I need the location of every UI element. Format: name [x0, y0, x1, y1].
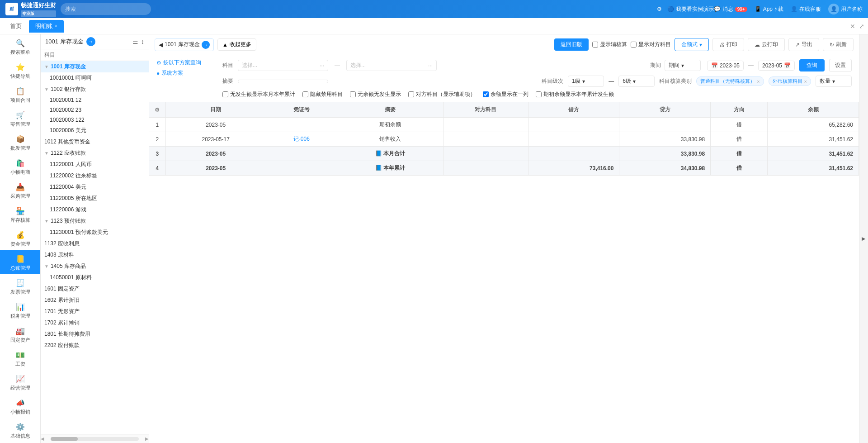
- tree-node-10010001[interactable]: 10010001 呵呵呵: [41, 72, 149, 84]
- cb-hide-disabled[interactable]: 隐藏禁用科目: [302, 91, 343, 98]
- print-btn[interactable]: 🖨 打印: [712, 38, 744, 51]
- tree-node-1601[interactable]: 1601 固定资产: [41, 283, 149, 295]
- window-close-btn[interactable]: ✕: [850, 23, 855, 30]
- show-opposite-input[interactable]: [631, 42, 637, 48]
- show-opposite-checkbox[interactable]: 显示对方科目: [631, 41, 671, 48]
- show-check-checkbox[interactable]: 显示辅核算: [592, 41, 627, 48]
- tree-node-11230001[interactable]: 11230001 预付账款美元: [41, 227, 149, 238]
- tree-node-10020001[interactable]: 10020001 12: [41, 95, 149, 105]
- horizontal-scrollbar[interactable]: [51, 437, 139, 441]
- tree-filter-icon[interactable]: ↕: [141, 38, 144, 45]
- online-service-btn[interactable]: 👤 在线客服: [791, 5, 821, 13]
- tab-ledger[interactable]: 明细账 ×: [29, 20, 64, 33]
- sidebar-item-finance[interactable]: 💰 资金管理: [0, 226, 40, 250]
- cb-opening-input[interactable]: [536, 91, 542, 97]
- tree-node-10020003[interactable]: 10020003 122: [41, 115, 149, 125]
- tree-node-11220002[interactable]: 11220002 往来标签: [41, 170, 149, 181]
- voucher-link[interactable]: 记-006: [293, 136, 310, 142]
- date-end-btn[interactable]: 2023-05 📅: [758, 61, 795, 71]
- period-type-select[interactable]: 期间 ▾: [665, 60, 701, 71]
- sidebar-item-purchase[interactable]: 📥 采购管理: [0, 178, 40, 202]
- tree-node-1701[interactable]: 1701 无形资产: [41, 306, 149, 317]
- tree-node-2202[interactable]: 2202 应付账款: [41, 340, 149, 351]
- kemu-more2-icon[interactable]: ···: [428, 62, 433, 69]
- sidebar-item-operations[interactable]: 📈 经营管理: [0, 370, 40, 394]
- back-old-version-btn[interactable]: 返回旧版: [554, 38, 589, 51]
- system-scheme[interactable]: ● 系统方案: [156, 69, 209, 77]
- cb-opposite-input[interactable]: [408, 91, 414, 97]
- cb-no-balance-show2[interactable]: 无余额无发生显示: [350, 91, 401, 98]
- cb-balance-col-input[interactable]: [483, 91, 489, 97]
- tree-node-1122[interactable]: ▼ 1122 应收账款: [41, 148, 149, 159]
- cloud-print-btn[interactable]: ☁ 云打印: [748, 38, 785, 51]
- tree-node-11220004[interactable]: 11220004 美元: [41, 181, 149, 193]
- setting-btn[interactable]: 设置: [829, 59, 852, 72]
- tree-node-14050001[interactable]: 14050001 原材料: [41, 272, 149, 283]
- tree-node-11220001[interactable]: 11220001 人民币: [41, 159, 149, 170]
- kemu-end-input[interactable]: 选择... ···: [346, 60, 437, 71]
- message-btn[interactable]: 💬 消息 99+: [714, 5, 747, 13]
- kemu-more-icon[interactable]: ···: [320, 62, 324, 69]
- scroll-right-btn[interactable]: ▶: [145, 436, 149, 441]
- tree-node-1132[interactable]: 1132 应收利息: [41, 238, 149, 249]
- sidebar-item-wholesale[interactable]: 📦 批发管理: [0, 130, 40, 154]
- search-input[interactable]: [61, 3, 151, 15]
- col-settings-icon[interactable]: ⚙: [155, 107, 160, 113]
- kemu-start-input[interactable]: 选择... ···: [238, 60, 328, 71]
- show-check-input[interactable]: [592, 42, 598, 48]
- category-tag-2[interactable]: 外币核算科目 ×: [769, 76, 811, 86]
- amount-style-btn[interactable]: 金额式 ▾: [675, 38, 709, 51]
- query-by-scheme[interactable]: ⚙ 按以下方案查询: [156, 59, 209, 67]
- tree-node-1123[interactable]: ▼ 1123 预付账款: [41, 215, 149, 227]
- sidebar-item-invoice[interactable]: 🧾 发票管理: [0, 274, 40, 298]
- account-nav-arrow[interactable]: →: [86, 37, 95, 46]
- refresh-btn[interactable]: ↻ 刷新: [823, 38, 854, 51]
- query-btn[interactable]: 查询: [799, 59, 825, 71]
- account-nav-btn[interactable]: →: [202, 41, 210, 49]
- user-avatar[interactable]: 👤 用户名称: [828, 4, 863, 14]
- tree-node-11220005[interactable]: 11220005 所在地区: [41, 193, 149, 204]
- summary-input[interactable]: [238, 80, 328, 83]
- sidebar-item-tax[interactable]: 📊 税务管理: [0, 298, 40, 322]
- sidebar-item-project[interactable]: 📋 项目合同: [0, 82, 40, 106]
- tree-columns-icon[interactable]: ⚌: [132, 38, 138, 45]
- tag-close-1[interactable]: ×: [757, 79, 760, 84]
- sidebar-search-btn[interactable]: 🔍 搜索菜单: [0, 34, 40, 58]
- tree-node-1602[interactable]: 1602 累计折旧: [41, 295, 149, 306]
- sidebar-item-retail[interactable]: 🛒 零售管理: [0, 106, 40, 130]
- app-download-btn[interactable]: 📱 App下载: [755, 5, 783, 13]
- sidebar-item-inventory[interactable]: 🏪 库存核算: [0, 202, 40, 226]
- tab-home[interactable]: 首页: [4, 20, 28, 33]
- right-collapse-panel[interactable]: ▶: [859, 34, 868, 443]
- sidebar-item-ledger[interactable]: 📒 总账管理: [0, 250, 40, 274]
- collapse-more-btn[interactable]: ▲ 收起更多: [217, 38, 256, 51]
- window-expand-btn[interactable]: ⤢: [859, 23, 864, 30]
- cb-opening-balance[interactable]: 期初余额显示本年累计发生额: [536, 91, 614, 98]
- category-tag-1[interactable]: 普通科目（无特殊核算） ×: [696, 76, 764, 86]
- tag-close-2[interactable]: ×: [804, 79, 807, 84]
- sidebar-item-base[interactable]: ⚙️ 基础信息: [0, 418, 40, 442]
- cb-no-balance2-input[interactable]: [350, 91, 356, 97]
- scroll-left-btn[interactable]: ◀: [41, 436, 44, 441]
- sidebar-item-assets[interactable]: 🏭 固定资产: [0, 322, 40, 346]
- export-btn[interactable]: ↗ 导出: [788, 38, 819, 51]
- date-start-btn[interactable]: 📅 2023-05: [707, 61, 744, 71]
- tree-node-1403[interactable]: 1403 原材料: [41, 249, 149, 261]
- tree-node-1002[interactable]: ▼ 1002 银行存款: [41, 84, 149, 95]
- sidebar-item-sales[interactable]: 📣 小畅报销: [0, 394, 40, 418]
- demo-btn[interactable]: 🔵 我要看实例演示: [667, 5, 714, 13]
- cb-balance-one-col[interactable]: 余额显示在一列: [483, 91, 528, 98]
- cb-hide-disabled-input[interactable]: [302, 91, 308, 97]
- tree-node-1001[interactable]: ▼ 1001 库存现金: [41, 61, 149, 72]
- tree-node-1012[interactable]: 1012 其他货币资金: [41, 136, 149, 148]
- tree-node-10020006[interactable]: 10020006 美元: [41, 125, 149, 136]
- tree-node-1801[interactable]: 1801 长期待摊费用: [41, 329, 149, 340]
- settings-btn[interactable]: ⚙: [657, 6, 662, 12]
- tree-node-10020002[interactable]: 10020002 23: [41, 105, 149, 115]
- tab-close-icon[interactable]: ×: [55, 24, 57, 29]
- tree-node-1405[interactable]: ▼ 1405 库存商品: [41, 261, 149, 272]
- sidebar-item-ecommerce[interactable]: 🛍️ 小畅电商: [0, 154, 40, 178]
- tree-node-11220006[interactable]: 11220006 游戏: [41, 204, 149, 215]
- tree-node-1702[interactable]: 1702 累计摊销: [41, 317, 149, 329]
- cb-no-balance-show[interactable]: 无发生额显示本月本年累计: [222, 91, 295, 98]
